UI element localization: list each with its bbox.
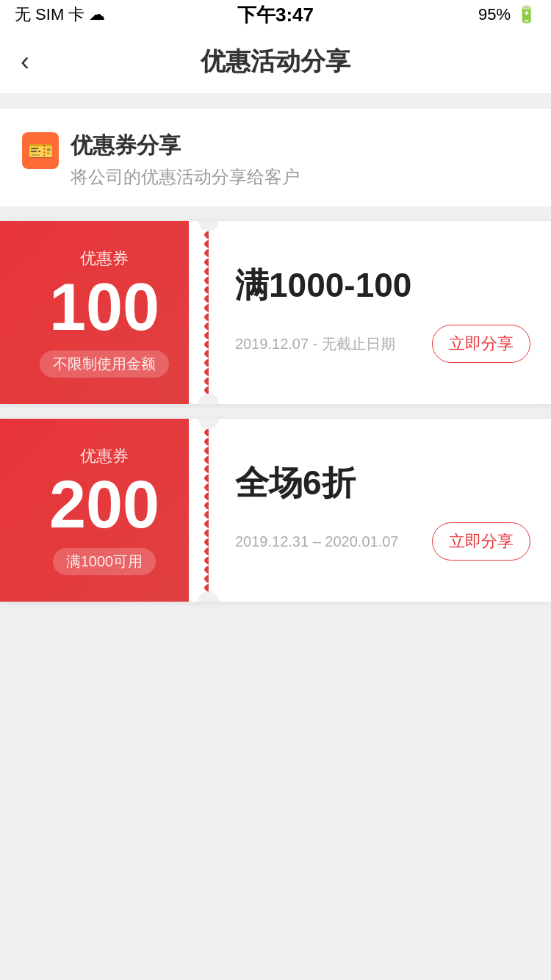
status-time: 下午3:47 [237,2,314,28]
coupon-right-0: 满1000-100 2019.12.07 - 无截止日期 立即分享 [209,221,551,404]
coupon-left-0: 优惠券 100 不限制使用金额 [0,221,209,404]
coupon-left-1: 优惠券 200 满1000可用 [0,419,209,602]
page-title: 优惠活动分享 [201,45,350,79]
section-header: 🎫 优惠券分享 将公司的优惠活动分享给客户 [0,109,551,206]
nav-bar: ‹ 优惠活动分享 [0,29,551,94]
empty-area [0,616,551,980]
status-bar: 无 SIM 卡 ☁ 下午3:47 95% 🔋 [0,0,551,29]
share-button-0[interactable]: 立即分享 [432,325,530,363]
coupon-date-1: 2019.12.31 – 2020.01.07 [235,531,425,552]
coupon-condition-1: 满1000可用 [53,548,156,575]
coupon-right-1: 全场6折 2019.12.31 – 2020.01.07 立即分享 [209,419,551,602]
coupon-date-0: 2019.12.07 - 无截止日期 [235,334,425,354]
status-left: 无 SIM 卡 ☁ [15,4,105,26]
share-button-1[interactable]: 立即分享 [432,522,530,561]
coupon-card-0: 优惠券 100 不限制使用金额 满1000-100 2019.12.07 - 无… [0,221,551,404]
section-icon: 🎫 [22,132,59,169]
coupon-label-0: 优惠券 [80,248,129,270]
section-text: 优惠券分享 将公司的优惠活动分享给客户 [71,131,300,189]
coupon-list: 优惠券 100 不限制使用金额 满1000-100 2019.12.07 - 无… [0,221,551,616]
coupon-edge-1 [189,419,209,602]
coupon-title-0: 满1000-100 [235,263,530,309]
coupon-edge-0 [189,221,209,404]
back-button[interactable]: ‹ [21,46,29,77]
section-title: 优惠券分享 [71,131,300,161]
signal-text: 无 SIM 卡 ☁ [15,4,105,26]
coupon-condition-0: 不限制使用金额 [40,350,169,378]
section-subtitle: 将公司的优惠活动分享给客户 [71,165,300,189]
coupon-title-1: 全场6折 [235,461,530,506]
battery-text: 95% [478,5,511,24]
coupon-amount-0: 100 [49,274,159,340]
coupon-icon: 🎫 [28,139,54,163]
status-right: 95% 🔋 [478,5,536,24]
coupon-amount-1: 200 [49,472,159,538]
coupon-card-1: 优惠券 200 满1000可用 全场6折 2019.12.31 – 2020.0… [0,419,551,602]
coupon-label-1: 优惠券 [80,445,129,467]
battery-icon: 🔋 [516,5,536,24]
